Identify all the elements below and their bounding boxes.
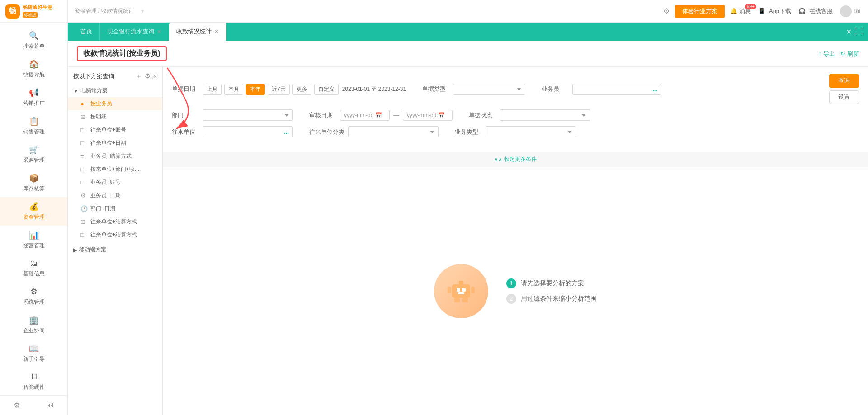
collapse-panel-btn[interactable]: « (153, 72, 157, 80)
sidebar-item-system[interactable]: ⚙ 系统管理 (0, 282, 67, 311)
sidebar-item-marketing[interactable]: 📢 营销推广 (0, 83, 67, 112)
salesman-more-btn[interactable]: ... (652, 86, 657, 93)
scheme-icon-sd: ⚙ (80, 192, 88, 199)
filter-date-item: 单据日期 上月 本月 本年 近7天 更多 自定义 (172, 84, 406, 95)
partner-more-btn[interactable]: ... (284, 128, 289, 135)
audit-date-to[interactable]: yyyy-mm-dd 📅 (403, 110, 453, 121)
scheme-item-partner-dept[interactable]: □ 按来单位+部门+收... (68, 163, 162, 176)
sidebar: 畅 畅捷通好生意 标准版 🔍 搜索菜单 🏠 快捷导航 📢 营销推广 📋 销售管理 (0, 0, 68, 415)
tab-receipt-close[interactable]: ✕ (214, 28, 219, 35)
scheme-icon-dd: 🕐 (80, 205, 88, 212)
scheme-item-salesman-settlement[interactable]: ≡ 业务员+结算方式 (68, 150, 162, 163)
desktop-group-title[interactable]: ▼ 电脑端方案 (68, 84, 162, 97)
collapse-bar[interactable]: ∧∧ 收起更多条件 (163, 152, 868, 167)
date-btn-this-year[interactable]: 本年 (246, 84, 265, 95)
date-label: 单据日期 (172, 85, 199, 93)
audit-date-from[interactable]: yyyy-mm-dd 📅 (340, 110, 390, 121)
tab-bank-close[interactable]: ✕ (157, 28, 161, 35)
sidebar-item-purchase[interactable]: 🛒 采购管理 (0, 140, 67, 169)
svg-rect-4 (459, 281, 463, 284)
mobile-group-title[interactable]: ▶ 移动端方案 (68, 243, 162, 256)
left-panel-title: 按以下方案查询 (73, 72, 114, 80)
sales-icon: 📋 (29, 116, 39, 126)
filter-row-1: 单据日期 上月 本月 本年 近7天 更多 自定义 (172, 74, 859, 104)
sidebar-item-inventory[interactable]: 📦 库存核算 (0, 169, 67, 197)
basic-icon: 🗂 (30, 259, 38, 268)
export-btn[interactable]: ↑ 导出 (819, 50, 835, 58)
scheme-item-salesman-date[interactable]: ⚙ 业务员+日期 (68, 189, 162, 202)
scheme-item-by-detail[interactable]: ⊞ 按明细 (68, 110, 162, 123)
partner-cat-label: 往来单位分类 (309, 128, 344, 136)
sidebar-item-search[interactable]: 🔍 搜索菜单 (0, 26, 67, 55)
dept-select[interactable] (203, 109, 293, 121)
export-icon: ↑ (819, 50, 822, 57)
step-1-num: 1 (506, 278, 516, 288)
app-logo: 畅 畅捷通好生意 标准版 (0, 0, 67, 23)
content-wrapper: 收款情况统计(按业务员) ↑ 导出 ↻ 刷新 (68, 41, 868, 415)
page-header-actions: ↑ 导出 ↻ 刷新 (819, 50, 859, 58)
type-select[interactable] (453, 84, 525, 95)
scheme-item-by-salesman[interactable]: ● 按业务员 (68, 97, 162, 110)
page-title: 收款情况统计(按业务员) (83, 49, 160, 57)
sidebar-item-enterprise[interactable]: 🏢 企业协同 (0, 311, 67, 339)
scheme-item-partner-account[interactable]: □ 往来单位+账号 (68, 123, 162, 137)
sidebar-item-operation[interactable]: 📊 经营管理 (0, 226, 67, 254)
enterprise-icon: 🏢 (29, 315, 39, 325)
industry-btn[interactable]: 体验行业方案 (675, 5, 725, 18)
sidebar-item-sales[interactable]: 📋 销售管理 (0, 112, 67, 140)
filter-biz-type-item: 业务类型 (455, 126, 576, 137)
query-btn[interactable]: 查询 (829, 74, 859, 88)
sidebar-item-quicknav[interactable]: 🏠 快捷导航 (0, 55, 67, 83)
scheme-settings-btn[interactable]: ⚙ (145, 72, 151, 80)
mobile-scheme-group: ▶ 移动端方案 (68, 243, 162, 256)
date-btn-last-month[interactable]: 上月 (203, 84, 222, 95)
left-panel: 按以下方案查询 ＋ ⚙ « ▼ 电脑端方案 (68, 67, 163, 415)
salesman-input[interactable] (576, 86, 652, 93)
close-window-btn[interactable]: ✕ (846, 28, 852, 36)
partner-cat-select[interactable] (348, 126, 439, 137)
topbar-gear-icon[interactable]: ⚙ (663, 7, 670, 15)
date-btn-this-month[interactable]: 本月 (224, 84, 243, 95)
date-btn-custom[interactable]: 自定义 (314, 84, 339, 95)
refresh-btn[interactable]: ↻ 刷新 (840, 50, 859, 58)
filter-dept-item: 部门 (172, 109, 293, 121)
scheme-item-ps2[interactable]: □ 往来单位+结算方式 (68, 228, 162, 241)
partner-input[interactable] (207, 128, 284, 135)
salesman-input-group: ... (572, 84, 661, 95)
collapse-sidebar-icon[interactable]: ⏮ (47, 401, 54, 410)
online-service-btn[interactable]: 🎧 在线客服 (798, 7, 833, 15)
filter-partner-cat-item: 往来单位分类 (309, 126, 439, 137)
sidebar-item-hardware[interactable]: 🖥 智能硬件 (0, 368, 67, 395)
sidebar-item-guide[interactable]: 📖 新手引导 (0, 339, 67, 368)
maximize-window-btn[interactable]: ⛶ (855, 28, 863, 36)
collapse-chevron-icon: ∧∧ (494, 156, 502, 163)
scheme-item-salesman-account[interactable]: □ 业务员+账号 (68, 176, 162, 189)
tab-home[interactable]: 首页 (73, 23, 100, 41)
set-btn[interactable]: 设置 (829, 90, 859, 104)
date-btn-more[interactable]: 更多 (292, 84, 311, 95)
app-download-btn[interactable]: 📱 App下载 (758, 7, 791, 15)
filter-audit-item: 审核日期 yyyy-mm-dd 📅 — yyyy-mm-dd 📅 (309, 110, 453, 121)
date-btn-7days[interactable]: 近7天 (268, 84, 290, 95)
status-select[interactable] (500, 109, 590, 121)
notification-btn[interactable]: 🔔 消息 99+ (730, 7, 751, 15)
sidebar-item-basic[interactable]: 🗂 基础信息 (0, 254, 67, 282)
main-area: 资金管理 / 收款情况统计 ▾ ⚙ 体验行业方案 🔔 消息 99+ 📱 App下… (68, 0, 868, 415)
tab-bank[interactable]: 现金银行流水查询 ✕ (100, 23, 169, 41)
scheme-icon-detail: ⊞ (80, 113, 88, 120)
biz-type-select[interactable] (486, 126, 576, 137)
tab-receipt[interactable]: 收款情况统计 ✕ (169, 23, 226, 41)
logo-icon: 畅 (5, 4, 20, 19)
add-scheme-btn[interactable]: ＋ (136, 72, 142, 80)
body-area: 按以下方案查询 ＋ ⚙ « ▼ 电脑端方案 (68, 67, 868, 415)
svg-rect-1 (457, 288, 460, 292)
scheme-item-ps1[interactable]: ⊞ 往来单位+结算方式 (68, 215, 162, 228)
filter-section: 单据日期 上月 本月 本年 近7天 更多 自定义 (163, 67, 868, 167)
sidebar-item-finance[interactable]: 💰 资金管理 (0, 197, 67, 226)
settings-bottom-icon[interactable]: ⚙ (14, 401, 20, 410)
guide-icon: 📖 (29, 344, 39, 354)
scheme-icon-pde: □ (80, 166, 88, 173)
scheme-item-dept-date[interactable]: 🕐 部门+日期 (68, 202, 162, 215)
user-area[interactable]: Rit (840, 5, 861, 17)
scheme-item-partner-date[interactable]: □ 往来单位+日期 (68, 137, 162, 150)
